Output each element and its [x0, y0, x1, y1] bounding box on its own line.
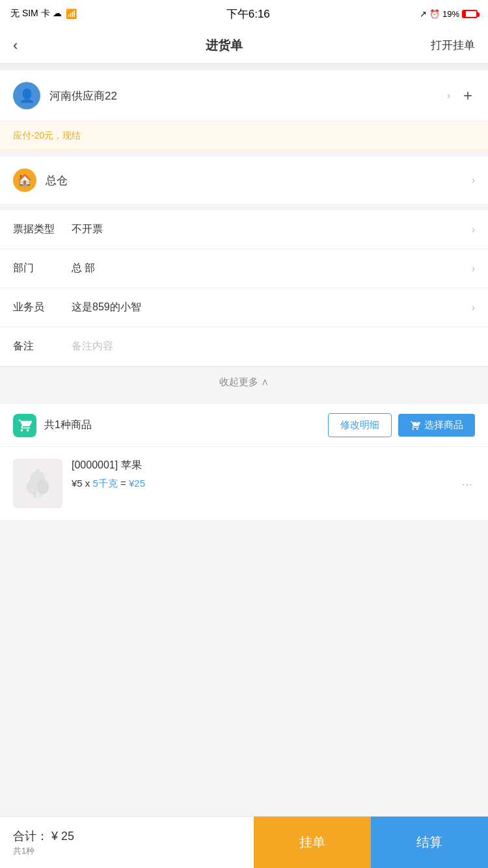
salesperson-chevron-icon: › [472, 302, 475, 314]
page-title: 进货单 [206, 37, 243, 54]
form-section: 票据类型 不开票 › 部门 总 部 › 业务员 这是859的小智 › 备注 备注… [0, 210, 488, 366]
warehouse-chevron-icon: › [472, 174, 475, 186]
price-total: ¥25 [129, 478, 145, 489]
supplier-avatar: 👤 [13, 82, 40, 109]
product-menu-button[interactable]: ··· [459, 476, 475, 491]
ticket-type-chevron-icon: › [472, 224, 475, 236]
select-product-icon [410, 420, 420, 431]
collapse-row[interactable]: 收起更多 ∧ [0, 366, 488, 398]
product-title: 苹果 [121, 459, 142, 470]
salesperson-row[interactable]: 业务员 这是859的小智 › [0, 288, 488, 327]
svg-text:晋十: 晋十 [33, 492, 43, 498]
status-right: ↗ ⏰ 19% [420, 9, 478, 19]
price-multiply: x [85, 478, 93, 489]
total-label: 合计： [13, 830, 48, 843]
status-time: 下午6:16 [226, 7, 270, 21]
notice-text: 应付-20元，现结 [13, 130, 81, 141]
products-count: 共1种商品 [44, 418, 328, 432]
ticket-type-row[interactable]: 票据类型 不开票 › [0, 210, 488, 249]
price-equals: = [120, 478, 129, 489]
products-icon [13, 414, 36, 437]
department-label: 部门 [13, 262, 72, 275]
product-thumbnail: 晋十 [13, 459, 62, 508]
checkout-button[interactable]: 结算 [371, 817, 488, 868]
bottom-spacer [0, 520, 488, 572]
price-qty: 5千克 [93, 478, 118, 489]
department-row[interactable]: 部门 总 部 › [0, 249, 488, 288]
notice-banner: 应付-20元，现结 [0, 122, 488, 150]
remark-placeholder: 备注内容 [72, 340, 475, 353]
price-value: ¥5 [72, 478, 83, 489]
warehouse-icon: 🏠 [13, 169, 36, 192]
department-value: 总 部 [72, 262, 472, 275]
add-button[interactable]: + [461, 87, 475, 105]
total-count: 共1种 [13, 845, 241, 857]
salesperson-value: 这是859的小智 [72, 301, 472, 314]
ticket-type-label: 票据类型 [13, 223, 72, 236]
total-section: 合计： ¥ 25 共1种 [0, 817, 254, 868]
top-divider [0, 64, 488, 70]
total-amount: 合计： ¥ 25 [13, 828, 241, 844]
supplier-actions: › + [447, 87, 475, 105]
status-bar: 无 SIM 卡 ☁ 📶 下午6:16 ↗ ⏰ 19% [0, 0, 488, 27]
product-name: [0000001] 苹果 [72, 459, 459, 472]
alarm-icon: ⏰ [429, 9, 440, 19]
department-chevron-icon: › [472, 263, 475, 275]
remark-row[interactable]: 备注 备注内容 [0, 327, 488, 366]
modify-detail-button[interactable]: 修改明细 [328, 413, 392, 437]
ticket-type-value: 不开票 [72, 223, 472, 236]
battery-icon [462, 10, 478, 18]
total-value: ¥ 25 [51, 830, 74, 843]
nav-bar: ‹ 进货单 打开挂单 [0, 27, 488, 64]
product-price: ¥5 x 5千克 = ¥25 [72, 478, 459, 490]
pending-button[interactable]: 挂单 [254, 817, 371, 868]
warehouse-row[interactable]: 🏠 总仓 › [0, 157, 488, 204]
collapse-label: 收起更多 ∧ [219, 376, 269, 387]
remark-label: 备注 [13, 340, 72, 353]
warehouse-home-icon: 🏠 [18, 173, 32, 187]
back-button[interactable]: ‹ [13, 37, 18, 54]
product-item: 晋十 [0000001] 苹果 ¥5 x 5千克 = ¥25 ··· [0, 447, 488, 520]
select-product-label: 选择商品 [424, 419, 463, 431]
supplier-chevron-icon: › [447, 90, 450, 102]
wifi-icon: 📶 [66, 8, 77, 19]
salesperson-label: 业务员 [13, 301, 72, 314]
supplier-row[interactable]: 👤 河南供应商22 › + [0, 70, 488, 122]
products-section: 共1种商品 修改明细 选择商品 晋十 [0000001] 苹果 [0, 404, 488, 520]
warehouse-name: 总仓 [46, 173, 472, 188]
avatar-icon: 👤 [19, 88, 35, 103]
warehouse-section: 🏠 总仓 › [0, 157, 488, 204]
open-pending-button[interactable]: 打开挂单 [431, 38, 475, 53]
product-code: [0000001] [72, 459, 118, 470]
products-header: 共1种商品 修改明细 选择商品 [0, 404, 488, 447]
product-thumb-icon: 晋十 [21, 467, 55, 500]
supplier-section: 👤 河南供应商22 › + 应付-20元，现结 [0, 70, 488, 150]
location-icon: ↗ [420, 9, 427, 19]
supplier-name: 河南供应商22 [49, 88, 447, 103]
product-info: [0000001] 苹果 ¥5 x 5千克 = ¥25 [72, 459, 459, 490]
status-left: 无 SIM 卡 ☁ 📶 [10, 8, 77, 20]
bottom-bar: 合计： ¥ 25 共1种 挂单 结算 [0, 816, 488, 868]
sim-signal: 无 SIM 卡 ☁ [10, 8, 62, 20]
battery-level: 19% [442, 9, 459, 19]
select-product-button[interactable]: 选择商品 [398, 414, 475, 437]
